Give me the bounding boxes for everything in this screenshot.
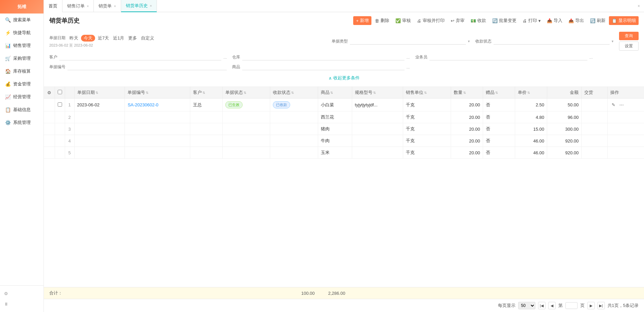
customer-picker[interactable]: ...: [223, 55, 227, 60]
export-button[interactable]: 📤 导出: [566, 16, 587, 25]
page-size-select[interactable]: 20 50 100: [518, 302, 535, 309]
page-number-input[interactable]: 1: [565, 302, 578, 309]
row-checkbox[interactable]: [55, 135, 65, 147]
customer-input[interactable]: [59, 54, 221, 60]
audit-print-button[interactable]: 🖨 审核并打印: [414, 16, 447, 25]
sidebar-item-operations[interactable]: 📈 经营管理: [0, 90, 44, 103]
row-gear: [44, 99, 55, 111]
row-gift: 否: [483, 123, 515, 135]
tab-sales-history-label: 销货单历史: [126, 3, 148, 9]
close-all-tabs[interactable]: ×: [634, 4, 644, 8]
first-page-btn[interactable]: |◀: [538, 302, 545, 309]
new-button[interactable]: + 新增: [353, 16, 371, 25]
col-spec[interactable]: 规格型号 ⇅: [352, 87, 403, 99]
col-gift[interactable]: 赠品 ⇅: [483, 87, 515, 99]
audit-button[interactable]: ✅ 审核: [393, 16, 414, 25]
show-detail-button[interactable]: 📋 显示明细: [609, 16, 639, 25]
import-button[interactable]: 📥 导入: [544, 16, 565, 25]
col-goods[interactable]: 商品 ⇅: [318, 87, 352, 99]
tab-home[interactable]: 首页: [44, 0, 62, 12]
col-customer[interactable]: 客户 ⇅: [190, 87, 222, 99]
row-checkbox[interactable]: [55, 123, 65, 135]
warehouse-input[interactable]: [242, 54, 404, 60]
shortcut-today[interactable]: 今天: [81, 35, 95, 42]
refresh-button[interactable]: 🔃 刷新: [587, 16, 608, 25]
sidebar-bottom-pause[interactable]: ⏸: [0, 299, 44, 309]
shortcut-more[interactable]: 更多: [127, 35, 138, 42]
settings-button[interactable]: 设置: [619, 42, 639, 51]
main-area: 首页 销售订单 × 销货单 × 销货单历史 × × 销货单历史 + 新增: [44, 0, 644, 312]
sidebar-item-label: 基础信息: [13, 107, 31, 113]
print-button[interactable]: 🖨 打印 ▾: [520, 16, 543, 25]
row-check[interactable]: [58, 102, 62, 107]
next-page-btn[interactable]: ▶: [587, 302, 595, 309]
doc-type-input[interactable]: [350, 38, 466, 45]
doc-no-link[interactable]: SA-20230602-0: [128, 102, 158, 107]
doc-no-input[interactable]: [67, 64, 227, 70]
goods-picker[interactable]: ...: [407, 65, 410, 70]
doc-type-dropdown[interactable]: ▾: [468, 39, 470, 44]
filter-salesperson: 业务员 ...: [415, 54, 593, 60]
sidebar-item-purchase-mgmt[interactable]: 🛒 采购管理: [0, 52, 44, 65]
row-gear: [44, 123, 55, 135]
payment-status-dropdown[interactable]: ▾: [612, 39, 614, 44]
row-checkbox[interactable]: [55, 99, 65, 111]
sidebar-item-search-menu[interactable]: 🔍 搜索菜单: [0, 14, 44, 26]
col-doc-status[interactable]: 单据状态 ⇅: [222, 87, 270, 99]
col-payment-status[interactable]: 收款状态 ⇅: [270, 87, 318, 99]
col-gear[interactable]: ⚙: [44, 87, 55, 99]
payment-status-input[interactable]: [494, 38, 610, 45]
prev-page-btn[interactable]: ◀: [548, 302, 556, 309]
sidebar-item-basic-info[interactable]: 📋 基础信息: [0, 103, 44, 116]
row-amount: 50.00: [547, 99, 582, 111]
tab-sales-history[interactable]: 销货单历史 ×: [121, 0, 157, 12]
page-inner: 销货单历史 + 新增 🗑 删除 ✅ 审核 🖨: [44, 12, 644, 312]
batch-change-button[interactable]: 🔄 批量变更: [489, 16, 519, 25]
row-payment-status: [270, 123, 318, 135]
edit-row-btn[interactable]: ✎: [610, 102, 617, 108]
abandon-button[interactable]: ↩ 弃审: [448, 16, 467, 25]
row-doc-status: [222, 147, 270, 159]
sidebar-bottom-settings[interactable]: ⚙: [0, 288, 44, 299]
more-row-btn[interactable]: ⋯: [618, 102, 625, 108]
query-button[interactable]: 查询: [619, 32, 639, 40]
collapse-filter-btn[interactable]: ∧ 收起更多条件: [49, 74, 639, 82]
tab-sales-order-close[interactable]: ×: [87, 4, 89, 8]
sidebar-item-quick-nav[interactable]: ⚡ 快捷导航: [0, 26, 44, 39]
salesperson-input[interactable]: [429, 54, 587, 60]
shortcut-custom[interactable]: 自定义: [140, 35, 156, 42]
tab-sales-delivery[interactable]: 销货单 ×: [94, 0, 121, 12]
sidebar-item-inventory[interactable]: 🏠 库存核算: [0, 65, 44, 78]
salesperson-picker[interactable]: ...: [589, 55, 593, 60]
shortcut-1month[interactable]: 近1月: [112, 35, 125, 42]
col-doc-no[interactable]: 单据编号 ⇅: [125, 87, 190, 99]
delete-icon: 🗑: [375, 18, 379, 23]
row-checkbox[interactable]: [55, 147, 65, 159]
delete-button[interactable]: 🗑 删除: [372, 16, 392, 25]
shortcut-yesterday[interactable]: 昨天: [68, 35, 80, 42]
row-date: [74, 135, 125, 147]
sidebar-item-sales-mgmt[interactable]: 📊 销售管理: [0, 39, 44, 52]
goods-input[interactable]: [242, 64, 404, 70]
select-all-checkbox[interactable]: [58, 90, 62, 94]
col-qty[interactable]: 数量 ⇅: [451, 87, 483, 99]
sidebar-item-system[interactable]: ⚙️ 系统管理: [0, 116, 44, 129]
tab-sales-history-close[interactable]: ×: [150, 4, 152, 8]
row-goods: 牛肉: [318, 135, 352, 147]
last-page-btn[interactable]: ▶|: [597, 302, 605, 309]
filter-row-1: 单据日期 昨天 今天 近7天 近1月 更多 自定义 2023-06-02 至 2…: [49, 32, 639, 51]
tab-sales-order[interactable]: 销售订单 ×: [62, 0, 94, 12]
col-price[interactable]: 单价 ⇅: [515, 87, 547, 99]
row-checkbox[interactable]: [55, 111, 65, 123]
shortcut-7days[interactable]: 近7天: [96, 35, 110, 42]
col-date[interactable]: 单据日期 ⇅: [74, 87, 125, 99]
sidebar-bottom: ⚙ ⏸: [0, 285, 44, 312]
doc-type-label: 单据类型: [332, 38, 348, 44]
row-num: 3: [65, 123, 74, 135]
collect-button[interactable]: 💵 收款: [468, 16, 489, 25]
col-unit[interactable]: 销售单位 ⇅: [403, 87, 451, 99]
tab-sales-delivery-close[interactable]: ×: [114, 4, 116, 8]
sidebar-item-finance[interactable]: 💰 资金管理: [0, 78, 44, 90]
row-docno: [125, 147, 190, 159]
warehouse-picker[interactable]: ...: [407, 55, 410, 60]
